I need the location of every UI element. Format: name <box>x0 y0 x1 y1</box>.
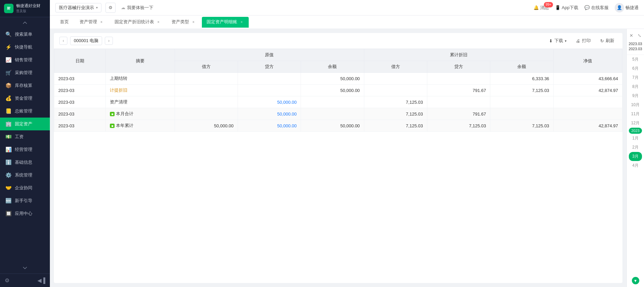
timeline-month[interactable]: 1月 <box>627 134 644 143</box>
sidebar-item-sales[interactable]: 📈 销售管理 <box>0 54 50 66</box>
sidebar-item-quick-nav[interactable]: ⚡ 快捷导航 <box>0 41 50 54</box>
company-selector[interactable]: 医疗器械行业演示 ▾ <box>55 3 101 12</box>
orig-debit-cell: 50,000.00 <box>175 120 238 132</box>
toolbar-right: ⬇ 下载 ▾ 🖨 打印 ↻ 刷新 <box>546 36 617 45</box>
timeline-month[interactable]: 6月 <box>627 64 644 73</box>
settings-button[interactable]: ⚙ <box>105 3 116 13</box>
summary-text: 本月合计 <box>116 111 133 117</box>
orig-balance-cell <box>301 108 364 120</box>
next-asset-button[interactable]: › <box>105 37 113 45</box>
experience-button[interactable]: ☁ 我要体验一下 <box>121 5 153 11</box>
sidebar-scroll-up[interactable] <box>0 17 50 28</box>
sidebar-item-fixed-assets[interactable]: 🏢 固定资产 <box>0 118 50 130</box>
dep-balance-cell <box>490 108 553 120</box>
timeline-active-year[interactable]: 2023 <box>629 128 642 134</box>
download-button[interactable]: ⬇ 下载 ▾ <box>546 36 569 45</box>
panel-top-icons: ✕ ⤡ <box>627 32 644 40</box>
purchase-icon: 🛒 <box>5 70 11 76</box>
enterprise-icon: 🤝 <box>5 185 11 191</box>
summary-cell: 计提折旧 <box>106 85 175 96</box>
user-menu[interactable]: 👤 畅捷通 <box>615 3 639 12</box>
main-panel: ‹ 000001 电脑 › ⬇ 下载 ▾ <box>50 29 626 287</box>
collapse-icon[interactable]: ◀▐ <box>37 277 45 284</box>
tab-asset-mgmt[interactable]: 资产管理 × <box>75 17 109 28</box>
settings-icon[interactable]: ⚙ <box>5 277 9 284</box>
refresh-button[interactable]: ↻ 刷新 <box>597 36 617 45</box>
panel-expand-icon[interactable]: ⤡ <box>638 33 641 38</box>
timeline-month[interactable]: 5月 <box>627 55 644 64</box>
tab-close-asset-mgmt[interactable]: × <box>99 20 104 24</box>
tab-close-asset-type[interactable]: × <box>191 20 196 24</box>
timeline-scroll-down[interactable]: ▾ <box>632 277 639 284</box>
sidebar-scroll-down[interactable] <box>0 263 50 274</box>
col-orig-debit-header: 借方 <box>175 61 238 73</box>
sidebar-item-operations[interactable]: 📊 经营管理 <box>0 143 50 156</box>
tab-home-label: 首页 <box>60 19 69 25</box>
refresh-icon: ↻ <box>600 38 604 43</box>
tabbar: 首页 资产管理 × 固定资产折旧统计表 × 资产类型 × 固定资产明细账 × <box>50 15 644 29</box>
sidebar-item-ledger[interactable]: 📒 总账管理 <box>0 105 50 118</box>
timeline-active-month[interactable]: 3月 <box>629 152 642 161</box>
sidebar-item-payroll[interactable]: 💵 工资 <box>0 130 50 143</box>
toolbar-left: ‹ 000001 电脑 › <box>59 36 113 45</box>
timeline-month[interactable]: 2月 <box>627 143 644 152</box>
notifications-button[interactable]: 🔔 消息 99+ <box>533 5 549 11</box>
summary-text: 本年累计 <box>116 123 133 129</box>
sidebar-item-label: 固定资产 <box>15 121 32 127</box>
sidebar-item-purchase[interactable]: 🛒 采购管理 <box>0 66 50 79</box>
print-button[interactable]: 🖨 打印 <box>573 36 593 45</box>
sidebar-item-label: 销售管理 <box>15 57 32 63</box>
timeline-month[interactable]: 11月 <box>627 109 644 119</box>
tab-asset-type[interactable]: 资产类型 × <box>167 17 201 28</box>
sidebar-item-app-center[interactable]: 🔲 应用中心 <box>0 207 50 220</box>
tab-close-asset-detail[interactable]: × <box>239 20 244 24</box>
date-cell: 2023-03 <box>54 108 106 120</box>
sidebar-item-enterprise[interactable]: 🤝 企业协同 <box>0 182 50 194</box>
orig-debit-cell <box>175 108 238 120</box>
company-name: 医疗器械行业演示 <box>59 5 94 11</box>
sidebar-item-label: 采购管理 <box>15 70 32 76</box>
panel-collapse-icon[interactable]: ✕ <box>630 33 633 38</box>
sidebar-item-search[interactable]: 🔍 搜索菜单 <box>0 28 50 41</box>
timeline-header: 2023.03 2023.03 <box>627 40 644 55</box>
dep-credit-cell: 7,125.03 <box>427 120 490 132</box>
sidebar-item-label: 搜索菜单 <box>15 31 32 37</box>
summary-cell: ■本年累计 <box>106 120 175 132</box>
sidebar-item-inventory[interactable]: 📦 库存核算 <box>0 79 50 92</box>
dep-credit-cell <box>427 73 490 85</box>
timeline-panel: ✕ ⤡ 2023.03 2023.03 5月6月7月8月9月10月11月12月2… <box>626 29 644 287</box>
timeline-month[interactable]: 4月 <box>627 161 644 170</box>
support-button[interactable]: 💬 在线客服 <box>584 5 609 11</box>
tab-home[interactable]: 首页 <box>55 17 73 28</box>
sidebar-item-label: 库存核算 <box>15 83 32 89</box>
tab-asset-detail[interactable]: 固定资产明细账 × <box>202 17 249 28</box>
tab-depreciation-stats[interactable]: 固定资产折旧统计表 × <box>110 17 165 28</box>
sidebar-item-finance[interactable]: 💰 资金管理 <box>0 92 50 105</box>
badge-icon: ■ <box>110 124 115 128</box>
lightning-icon: ⚡ <box>5 44 11 50</box>
timeline-month[interactable]: 9月 <box>627 91 644 100</box>
prev-asset-button[interactable]: ‹ <box>59 37 67 45</box>
timeline-month[interactable]: 7月 <box>627 73 644 82</box>
app-edition: 普及版 <box>16 9 40 13</box>
ledger-icon: 📒 <box>5 108 11 114</box>
net-cell: 42,874.97 <box>553 85 622 96</box>
date-cell: 2023-03 <box>54 120 106 132</box>
sidebar-item-guide[interactable]: 🆕 新手引导 <box>0 194 50 207</box>
sidebar-item-system[interactable]: ⚙️ 系统管理 <box>0 169 50 182</box>
orig-debit-cell <box>175 96 238 108</box>
orig-debit-cell <box>175 85 238 96</box>
dep-debit-cell: 7,125.03 <box>364 108 427 120</box>
left-arrow-icon: ‹ <box>63 38 64 43</box>
download-arrow-icon: ▾ <box>565 39 566 43</box>
tab-close-depreciation[interactable]: × <box>156 20 161 24</box>
timeline-month[interactable]: 8月 <box>627 82 644 91</box>
download-icon: 📱 <box>555 5 560 10</box>
timeline-month[interactable]: 12月 <box>627 119 644 128</box>
timeline-month[interactable]: 10月 <box>627 100 644 109</box>
col-net-header: 净值 <box>553 49 622 73</box>
app-center-icon: 🔲 <box>5 211 11 217</box>
notifications-badge: 99+ <box>544 2 553 7</box>
sidebar-item-basic-info[interactable]: ℹ️ 基础信息 <box>0 156 50 169</box>
download-button[interactable]: 📱 App下载 <box>555 5 578 11</box>
